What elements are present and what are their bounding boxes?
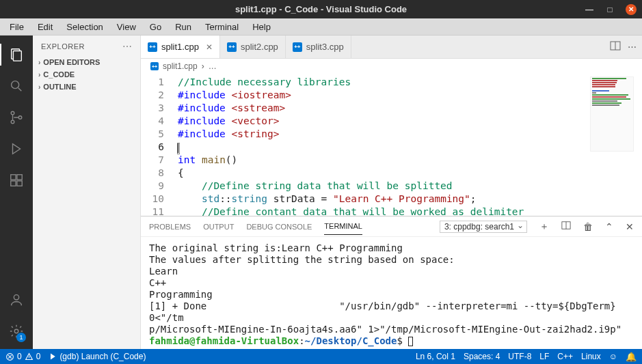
window-title: split1.cpp - C_Code - Visual Studio Code: [235, 4, 407, 14]
svg-point-13: [14, 329, 18, 333]
tab-close-icon[interactable]: ✕: [206, 42, 213, 52]
status-feedback-icon[interactable]: ☺: [609, 352, 617, 361]
code-content[interactable]: //Include necessary libraries#include <i…: [171, 74, 642, 216]
menu-view[interactable]: View: [111, 20, 142, 34]
menu-edit[interactable]: Edit: [32, 20, 58, 34]
editor-more-icon[interactable]: ⋯: [628, 42, 637, 52]
panel-tab-terminal[interactable]: TERMINAL: [324, 218, 362, 235]
status-bar: 0 0 (gdb) Launch (C_Code) Ln 6, Col 1 Sp…: [0, 349, 642, 364]
open-editors-section[interactable]: ›OPEN EDITORS: [33, 56, 140, 68]
new-terminal-icon[interactable]: ＋: [539, 221, 549, 233]
accounts-icon[interactable]: [0, 286, 33, 313]
menu-go[interactable]: Go: [144, 20, 167, 34]
folder-section[interactable]: ›C_CODE: [33, 68, 140, 81]
menu-selection[interactable]: Selection: [61, 20, 108, 34]
terminal-content[interactable]: The original string is:Learn C++ Program…: [141, 237, 642, 349]
status-ln-col[interactable]: Ln 6, Col 1: [416, 352, 455, 361]
tab-split3[interactable]: ++ split3.cpp: [286, 36, 351, 58]
window-titlebar: split1.cpp - C_Code - Visual Studio Code…: [0, 0, 642, 18]
code-editor[interactable]: 1234567891011 //Include necessary librar…: [141, 74, 642, 216]
minimize-button[interactable]: —: [585, 5, 594, 14]
status-bell-icon[interactable]: 🔔: [626, 352, 637, 362]
cpp-file-icon: ++: [227, 42, 237, 52]
close-panel-icon[interactable]: ✕: [626, 221, 634, 232]
cpp-file-icon: ++: [148, 42, 157, 52]
close-button[interactable]: ✕: [626, 4, 637, 15]
svg-line-3: [18, 88, 22, 92]
extensions-icon[interactable]: [0, 167, 33, 194]
cpp-file-icon: ++: [293, 42, 302, 52]
svg-marker-7: [13, 144, 21, 154]
terminal-selector[interactable]: 3: cppdbg: search1: [440, 221, 527, 233]
svg-point-6: [18, 116, 22, 120]
maximize-panel-icon[interactable]: ⌃: [605, 221, 613, 232]
svg-point-2: [12, 81, 19, 89]
menu-terminal[interactable]: Terminal: [200, 20, 244, 34]
chevron-right-icon: ›: [38, 71, 40, 79]
explorer-sidebar: EXPLORER ⋯ ›OPEN EDITORS ›C_CODE ›OUTLIN…: [33, 36, 141, 349]
menu-file[interactable]: File: [4, 20, 29, 34]
explorer-icon[interactable]: [0, 41, 33, 68]
status-eol[interactable]: LF: [539, 352, 549, 361]
tab-split2[interactable]: ++ split2.cpp: [220, 36, 286, 58]
split-editor-icon[interactable]: [610, 40, 621, 53]
menu-run[interactable]: Run: [170, 20, 197, 34]
cpp-file-icon: ++: [150, 62, 159, 70]
panel-tab-output[interactable]: OUTPUT: [203, 219, 234, 235]
status-language[interactable]: C++: [557, 352, 573, 361]
source-control-icon[interactable]: [0, 104, 33, 131]
run-debug-icon[interactable]: [0, 135, 33, 163]
svg-point-4: [11, 111, 14, 115]
search-icon[interactable]: [0, 72, 33, 100]
panel-tab-problems[interactable]: PROBLEMS: [149, 219, 191, 235]
svg-rect-10: [11, 181, 16, 186]
status-os[interactable]: Linux: [581, 352, 601, 361]
svg-rect-8: [11, 175, 16, 180]
breadcrumb[interactable]: ++ split1.cpp › …: [141, 59, 642, 74]
chevron-right-icon: ›: [38, 59, 40, 66]
editor-tabbar: ++ split1.cpp ✕ ++ split2.cpp ++ split3.…: [141, 36, 642, 59]
split-terminal-icon[interactable]: [561, 221, 571, 232]
svg-point-12: [14, 295, 18, 300]
minimap[interactable]: [590, 76, 634, 152]
status-spaces[interactable]: Spaces: 4: [464, 352, 500, 361]
settings-badge: 1: [16, 333, 26, 342]
maximize-button[interactable]: □: [605, 5, 615, 14]
activity-bar: 1: [0, 36, 33, 349]
line-number-gutter: 1234567891011: [141, 74, 171, 216]
explorer-more-icon[interactable]: ⋯: [122, 41, 133, 52]
svg-rect-9: [17, 175, 22, 180]
panel-tab-debug-console[interactable]: DEBUG CONSOLE: [246, 219, 312, 235]
bottom-panel: PROBLEMS OUTPUT DEBUG CONSOLE TERMINAL 3…: [141, 216, 642, 349]
outline-section[interactable]: ›OUTLINE: [33, 81, 140, 93]
tab-split1[interactable]: ++ split1.cpp ✕: [141, 36, 220, 58]
chevron-right-icon: ›: [38, 83, 40, 91]
svg-rect-1: [13, 51, 21, 61]
menu-help[interactable]: Help: [247, 20, 276, 34]
menubar: File Edit Selection View Go Run Terminal…: [0, 18, 642, 36]
status-errors[interactable]: 0 0: [5, 352, 40, 361]
svg-rect-11: [17, 181, 22, 186]
svg-point-5: [11, 120, 14, 124]
settings-gear-icon[interactable]: 1: [0, 318, 33, 345]
status-encoding[interactable]: UTF-8: [508, 352, 531, 361]
status-launch[interactable]: (gdb) Launch (C_Code): [49, 352, 146, 361]
explorer-title: EXPLORER: [41, 42, 85, 51]
svg-marker-22: [51, 354, 55, 360]
kill-terminal-icon[interactable]: 🗑: [583, 221, 593, 232]
